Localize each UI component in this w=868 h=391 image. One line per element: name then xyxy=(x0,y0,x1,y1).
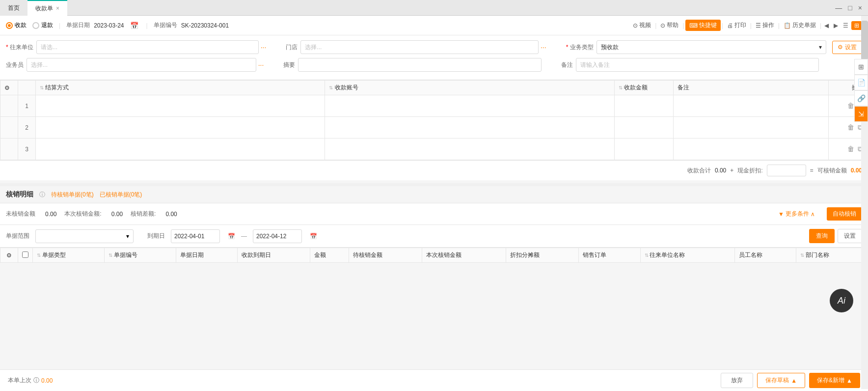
bth-discount-label: 折扣分摊额 xyxy=(510,251,540,258)
form-area: 往来单位 ··· 门店 ··· 业务类型 预收款 ▾ ⚙ 设置 业务员 xyxy=(0,35,868,80)
diff-val: 0.00 xyxy=(165,211,177,218)
row-settlement-cell[interactable] xyxy=(36,139,325,160)
discount-input[interactable] xyxy=(767,165,806,176)
receipt-radio[interactable]: 收款 xyxy=(6,21,27,29)
ai-badge[interactable]: Ai xyxy=(830,289,853,312)
biz-type-field: 业务类型 预收款 ▾ xyxy=(566,40,826,54)
receipt-refund-group: 收款 退款 xyxy=(6,21,53,29)
abandon-btn[interactable]: 放弃 xyxy=(721,373,753,388)
row-remark-cell[interactable] xyxy=(673,95,828,117)
window-maximize-btn[interactable]: □ xyxy=(846,4,854,12)
date-value[interactable]: 2023-03-24 xyxy=(94,22,124,29)
store-more-btn[interactable]: ··· xyxy=(541,43,546,51)
row-remark-cell[interactable] xyxy=(673,139,828,160)
counterpart-more-btn[interactable]: ··· xyxy=(261,43,267,51)
history-icon: 📋 xyxy=(784,22,791,29)
row-amount-cell[interactable] xyxy=(614,139,673,160)
row-amount-cell[interactable] xyxy=(614,95,673,117)
current-label: 本次核销金额: xyxy=(64,210,101,218)
row-account-cell[interactable] xyxy=(325,139,614,160)
staff-more-btn[interactable]: ··· xyxy=(258,61,264,69)
due-date-start[interactable] xyxy=(171,229,220,243)
row-amount-cell[interactable] xyxy=(614,117,673,139)
bottom-table-container: ⚙ ⇅ 单据类型 ⇅ 单据编号 单据日期 收款到期日 xyxy=(0,248,868,263)
pending-tab[interactable]: 待核销单据(0笔) xyxy=(51,191,94,199)
save-draft-btn[interactable]: 保存草稿 ▲ xyxy=(757,373,805,388)
operate-btn[interactable]: ☰ 操作 xyxy=(753,20,777,31)
row-delete-btn[interactable]: 🗑 xyxy=(847,145,854,153)
th-remark-label: 备注 xyxy=(678,84,689,91)
print-icon: 🖨 xyxy=(727,22,733,29)
shortcut-label: 快捷键 xyxy=(699,21,717,29)
summary-input[interactable] xyxy=(298,58,541,72)
sidebar-link-btn[interactable]: 🔗 xyxy=(854,90,868,106)
sep3: | xyxy=(655,22,656,29)
bottom-info-label: 本单上次 xyxy=(8,376,31,385)
help-btn[interactable]: ⊙ 帮助 xyxy=(657,20,681,31)
range-label: 单据范围 xyxy=(6,232,29,240)
sidebar-doc-btn[interactable]: 📄 xyxy=(854,75,868,90)
th-gear[interactable]: ⚙ xyxy=(0,81,18,95)
bth-pending-label: 待核销金额 xyxy=(353,251,382,258)
counterpart-input[interactable] xyxy=(36,40,259,54)
due-date-end[interactable] xyxy=(253,229,302,243)
select-all-checkbox[interactable] xyxy=(22,251,28,258)
grid-view-btn[interactable]: ⊞ xyxy=(851,21,862,30)
sidebar-expand-btn[interactable]: ⇲ xyxy=(854,106,868,122)
hexiao-info-icon[interactable]: ⓘ xyxy=(39,191,45,199)
th-amount-label: 收款金额 xyxy=(624,84,648,91)
sum-bar: 收款合计 0.00 + 现金折扣: = 可核销金额 0.00 xyxy=(0,160,868,180)
save-draft-arrow: ▲ xyxy=(791,377,797,384)
row-settlement-cell[interactable] xyxy=(36,95,325,117)
row-remark-cell[interactable] xyxy=(673,117,828,139)
number-label: 单据编号 xyxy=(154,21,177,29)
unchecked-val: 0.00 xyxy=(45,211,56,218)
list-view-btn[interactable]: ☰ xyxy=(841,22,850,29)
scrollbar-thumb[interactable] xyxy=(861,21,868,60)
range-select[interactable]: ▾ xyxy=(35,229,134,243)
cal-icon-1[interactable]: 📅 xyxy=(228,233,235,240)
done-tab[interactable]: 已核销单据(0笔) xyxy=(100,191,142,199)
more-conditions-btn[interactable]: ▼ 更多条件 ∧ xyxy=(778,210,815,218)
bth-doc-type: ⇅ 单据类型 xyxy=(33,248,105,263)
bth-checkbox[interactable] xyxy=(18,248,33,263)
query-btn[interactable]: 查询 xyxy=(809,229,835,243)
tab-bar-right: — □ × xyxy=(833,4,868,12)
filter-setting-btn[interactable]: 设置 xyxy=(838,229,862,243)
auto-hexiao-btn[interactable]: 自动核销 xyxy=(827,207,862,221)
save-new-btn[interactable]: 保存&新增 ▲ xyxy=(809,373,860,388)
row-delete-btn[interactable]: 🗑 xyxy=(847,102,854,110)
bth-gear[interactable]: ⚙ xyxy=(0,248,18,263)
history-btn[interactable]: 📋 历史单据 xyxy=(781,20,819,31)
th-settlement: ⇅ 结算方式 xyxy=(36,81,325,95)
refund-radio[interactable]: 退款 xyxy=(32,21,53,29)
cal-icon-2[interactable]: 📅 xyxy=(310,233,317,240)
bottom-right: 放弃 保存草稿 ▲ 保存&新增 ▲ xyxy=(721,373,860,388)
table-row: 3 🗑 ⧉ xyxy=(0,139,868,160)
biz-type-select[interactable]: 预收款 ▾ xyxy=(597,40,826,54)
store-input[interactable] xyxy=(300,40,539,54)
setting-btn[interactable]: ⚙ 设置 xyxy=(832,41,862,54)
remark-input[interactable] xyxy=(576,58,819,72)
row-settlement-cell[interactable] xyxy=(36,117,325,139)
sidebar-table-btn[interactable]: ⊞ xyxy=(854,59,868,75)
bottom-info-val: 0.00 xyxy=(41,377,53,384)
row-account-cell[interactable] xyxy=(325,117,614,139)
row-delete-btn[interactable]: 🗑 xyxy=(847,123,854,131)
calendar-icon[interactable]: 📅 xyxy=(128,22,140,29)
tab-home[interactable]: 首页 xyxy=(0,0,27,16)
tab-close-btn[interactable]: × xyxy=(56,0,59,16)
window-close-btn[interactable]: × xyxy=(856,4,864,12)
window-minimize-btn[interactable]: — xyxy=(833,4,844,12)
shortcut-btn[interactable]: ⌨ 快捷键 xyxy=(685,20,721,31)
print-btn[interactable]: 🖨 打印 xyxy=(724,20,749,31)
row-num-cell: 2 xyxy=(18,117,36,139)
row-account-cell[interactable] xyxy=(325,95,614,117)
tab-active[interactable]: 收款单 × xyxy=(27,0,67,16)
bth-doc-num-label: 单据编号 xyxy=(114,251,137,258)
staff-input[interactable] xyxy=(27,58,256,72)
prev-record-btn[interactable]: ◀ xyxy=(822,22,831,29)
bth-doc-type-label: 单据类型 xyxy=(42,251,66,258)
next-record-btn[interactable]: ▶ xyxy=(832,22,840,29)
video-btn[interactable]: ⊙ 视频 xyxy=(630,20,654,31)
